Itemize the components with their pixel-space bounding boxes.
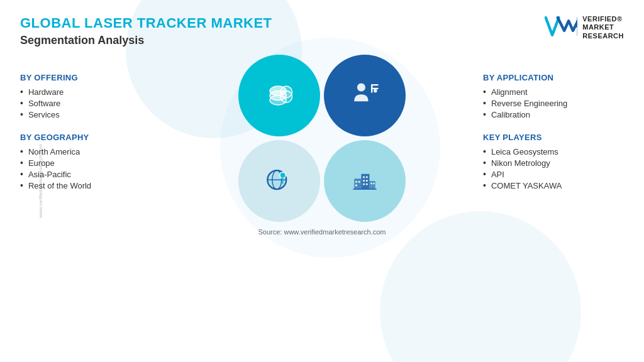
list-item: Rest of the World [20, 180, 165, 191]
main-title: GLOBAL LASER TRACKER MARKET [20, 15, 272, 31]
svg-point-5 [357, 83, 365, 91]
section-geography-title: BY GEOGRAPHY [20, 133, 165, 142]
source-text: Source: www.verifiedmarketresearch.com [20, 228, 624, 236]
svg-rect-14 [361, 174, 369, 189]
sub-title: Segmentation Analysis [20, 34, 272, 47]
list-item: Nikon Metrology [483, 157, 624, 168]
svg-rect-24 [355, 185, 357, 187]
section-geography-list: North America Europe Asia-Pacific Rest o… [20, 146, 165, 191]
left-panel: BY OFFERING Hardware Software Services B… [20, 73, 171, 204]
section-offering-title: BY OFFERING [20, 73, 165, 82]
logo-line3: RESEARCH [582, 32, 624, 40]
center-circles-area [171, 55, 473, 222]
circle-offering [238, 55, 320, 136]
list-item: Services [20, 109, 165, 120]
svg-rect-22 [355, 181, 357, 183]
header: GLOBAL LASER TRACKER MARKET Segmentation… [20, 15, 624, 52]
list-item: Software [20, 97, 165, 109]
list-item: Europe [20, 157, 165, 168]
svg-rect-17 [363, 180, 365, 182]
application-icon [346, 77, 384, 114]
section-application: BY APPLICATION Alignment Reverse Enginee… [483, 73, 624, 120]
list-item: Reverse Engineering [483, 97, 624, 109]
section-offering: BY OFFERING Hardware Software Services [20, 73, 165, 120]
svg-rect-25 [369, 181, 375, 189]
right-panel: BY APPLICATION Alignment Reverse Enginee… [473, 73, 624, 204]
logo-text: VERIFIED® MARKET RESEARCH [582, 15, 624, 40]
circle-application [324, 55, 406, 136]
circle-geography [238, 140, 320, 222]
svg-point-13 [280, 172, 286, 178]
geography-icon [260, 162, 298, 200]
list-item: Asia-Pacific [20, 168, 165, 180]
section-offering-list: Hardware Software Services [20, 86, 165, 120]
svg-rect-20 [366, 184, 368, 185]
section-application-list: Alignment Reverse Engineering Calibratio… [483, 86, 624, 120]
logo-line1: VERIFIED® [582, 15, 624, 23]
svg-rect-16 [366, 177, 368, 178]
list-item: Leica Geosystems [483, 146, 624, 157]
svg-point-9 [374, 89, 377, 93]
players-icon [346, 162, 384, 200]
list-item: API [483, 168, 624, 180]
section-application-title: BY APPLICATION [483, 73, 624, 82]
svg-rect-18 [366, 180, 368, 182]
logo: VERIFIED® MARKET RESEARCH [545, 15, 624, 40]
section-geography: BY GEOGRAPHY North America Europe Asia-P… [20, 133, 165, 191]
svg-rect-15 [363, 177, 365, 178]
svg-rect-21 [354, 178, 361, 189]
svg-rect-19 [363, 184, 365, 185]
offering-icon [260, 77, 298, 114]
svg-rect-23 [358, 181, 360, 183]
list-item: COMET YASKAWA [483, 180, 624, 191]
circles-grid [238, 55, 406, 222]
section-key-players-list: Leica Geosystems Nikon Metrology API COM… [483, 146, 624, 191]
main-content: BY OFFERING Hardware Software Services B… [20, 55, 624, 222]
list-item: Hardware [20, 86, 165, 97]
list-item: Alignment [483, 86, 624, 97]
svg-rect-26 [370, 183, 372, 184]
svg-point-4 [280, 91, 292, 103]
list-item: North America [20, 146, 165, 157]
svg-rect-27 [373, 183, 374, 184]
logo-line2: MARKET [582, 23, 624, 31]
section-key-players-title: KEY PLAYERS [483, 133, 624, 142]
section-key-players: KEY PLAYERS Leica Geosystems Nikon Metro… [483, 133, 624, 191]
logo-icon [545, 15, 577, 40]
list-item: Calibration [483, 109, 624, 120]
circle-players [324, 140, 406, 222]
